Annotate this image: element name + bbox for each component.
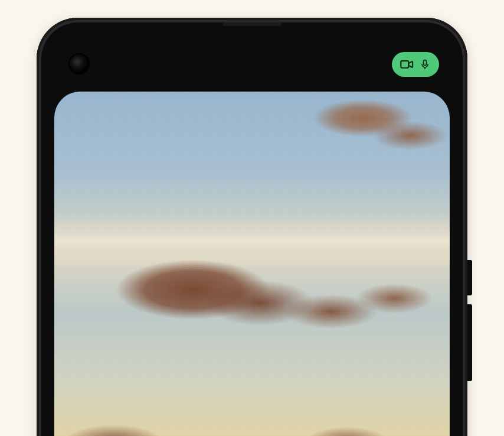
svg-rect-1 [424,60,427,66]
wallpaper-image [54,92,450,436]
phone-side-button-volume [467,304,472,381]
phone-speaker-slit [222,22,282,26]
phone-side-button-power [467,260,472,295]
screen-viewport[interactable] [54,92,450,436]
svg-rect-0 [401,61,408,68]
status-bar [54,41,450,89]
camera-icon [399,57,414,72]
privacy-indicator-pill[interactable] [392,52,439,77]
microphone-icon [419,57,431,72]
front-camera-hole [70,54,89,73]
phone-frame [37,18,467,436]
